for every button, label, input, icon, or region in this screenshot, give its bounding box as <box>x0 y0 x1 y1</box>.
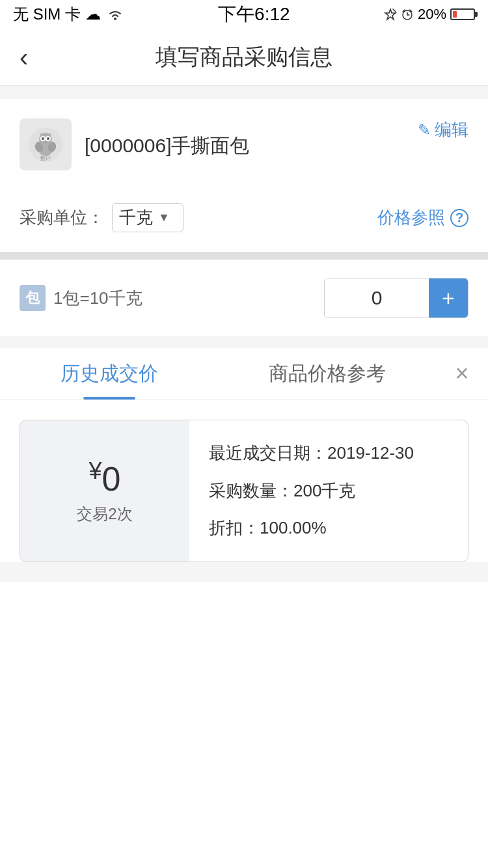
product-card: 数计 [0000006]手撕面包 ✎ 编辑 采购单位： 千克 ▼ 价格参照 ? <box>0 99 488 252</box>
section-divider <box>0 252 488 260</box>
discount-label: 折扣： <box>209 518 260 537</box>
back-button[interactable]: ‹ <box>20 44 28 70</box>
unit-conversion-text: 1包=10千克 <box>53 287 142 310</box>
trades-count: 交易2次 <box>77 504 132 524</box>
unit-select[interactable]: 千克 ▼ <box>112 203 183 232</box>
unit-row: 采购单位： 千克 ▼ <box>20 203 183 232</box>
price-card: ¥0 交易2次 最近成交日期：2019-12-30 采购数量：200千克 折扣：… <box>20 420 468 562</box>
nav-bar: ‹ 填写商品采购信息 <box>0 29 488 86</box>
product-name: [0000006]手撕面包 <box>85 130 249 159</box>
quantity-row: 包 1包=10千克 + <box>0 260 488 336</box>
unit-value: 千克 <box>119 206 153 229</box>
tab-product-price-ref[interactable]: 商品价格参考 <box>218 347 436 400</box>
price-left-panel: ¥0 交易2次 <box>20 420 189 562</box>
discount-value: 100.00% <box>260 518 327 537</box>
svg-point-0 <box>114 18 116 20</box>
quantity-label: 包 1包=10千克 <box>20 285 142 311</box>
edit-label: 编辑 <box>435 118 468 141</box>
alarm-icon <box>401 8 414 21</box>
empty-content-area <box>0 582 488 868</box>
page-title: 填写商品采购信息 <box>156 42 332 72</box>
status-bar: 无 SIM 卡 ☁ 下午6:12 20% <box>0 0 488 29</box>
tabs-row: 历史成交价 商品价格参考 × <box>0 347 488 400</box>
qty-label: 采购数量： <box>209 481 293 500</box>
tab-active-indicator <box>83 397 135 400</box>
price-ref-label: 价格参照 <box>377 206 445 229</box>
bottom-panel: 历史成交价 商品价格参考 × ¥0 交易2次 最近成交日期：2019-12-30… <box>0 347 488 562</box>
price-right-panel: 最近成交日期：2019-12-30 采购数量：200千克 折扣：100.00% <box>189 420 468 562</box>
svg-point-10 <box>47 137 49 140</box>
currency-symbol: ¥ <box>89 457 102 484</box>
quantity-input-group: + <box>324 278 468 318</box>
date-label: 最近成交日期： <box>209 443 327 463</box>
tab2-label: 商品价格参考 <box>269 360 386 387</box>
tab1-label: 历史成交价 <box>61 360 158 387</box>
svg-point-9 <box>42 137 44 140</box>
status-time: 下午6:12 <box>218 2 290 27</box>
tab-close-button[interactable]: × <box>436 347 488 400</box>
price-reference-button[interactable]: 价格参照 ? <box>377 206 468 229</box>
transaction-date-row: 最近成交日期：2019-12-30 <box>209 440 448 467</box>
tab-history-price[interactable]: 历史成交价 <box>0 347 218 400</box>
purchase-qty-row: 采购数量：200千克 <box>209 478 448 505</box>
product-left: 数计 [0000006]手撕面包 <box>20 118 249 170</box>
quantity-plus-button[interactable]: + <box>429 278 468 318</box>
unit-dropdown-icon: ▼ <box>158 211 170 224</box>
price-amount: ¥0 <box>89 457 121 498</box>
location-icon <box>384 8 397 21</box>
product-header: 数计 [0000006]手撕面包 ✎ 编辑 <box>20 118 468 170</box>
signal-text: 无 SIM 卡 ☁ <box>13 4 101 25</box>
quantity-input[interactable] <box>325 278 429 318</box>
edit-icon: ✎ <box>418 121 431 139</box>
status-right: 20% <box>384 6 475 23</box>
svg-text:数计: 数计 <box>40 156 51 161</box>
battery-icon <box>450 8 475 20</box>
date-value: 2019-12-30 <box>327 443 414 463</box>
product-meta: 采购单位： 千克 ▼ 价格参照 ? <box>20 190 468 252</box>
qty-value: 200千克 <box>293 481 355 500</box>
product-thumbnail: 数计 <box>20 118 72 170</box>
unit-label: 采购单位： <box>20 206 104 229</box>
unit-box: 包 <box>20 285 46 311</box>
discount-row: 折扣：100.00% <box>209 515 448 542</box>
wifi-icon <box>106 7 124 21</box>
status-left: 无 SIM 卡 ☁ <box>13 4 124 25</box>
battery-text: 20% <box>418 6 446 23</box>
edit-button[interactable]: ✎ 编辑 <box>418 118 468 141</box>
price-value: 0 <box>102 460 121 498</box>
help-icon: ? <box>450 209 468 227</box>
owl-logo-icon: 数计 <box>27 126 64 163</box>
